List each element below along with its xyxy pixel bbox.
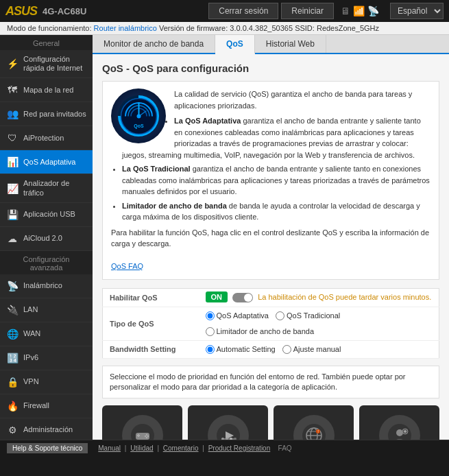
sidebar-item-analizador[interactable]: 📈 Analizador de tráfico	[0, 174, 93, 202]
priority-card-customize[interactable]: Customize	[359, 405, 439, 440]
main-layout: General ⚡ Configuración rápida de Intern…	[0, 35, 449, 440]
bottom-links: Manual | Utilidad | Comentario | Product…	[96, 444, 291, 452]
radio-adaptativa[interactable]	[206, 311, 215, 320]
bullet2-bold: La QoS Tradicional	[122, 165, 191, 173]
sidebar-item-config-rapida[interactable]: ⚡ Configuración rápida de Internet	[0, 50, 93, 78]
radio-tradicional[interactable]	[276, 311, 284, 320]
product-registration-link[interactable]: Product Registration	[208, 444, 271, 452]
aiprotection-icon: 🛡	[5, 131, 19, 145]
radio-tradicional-label[interactable]: QoS Tradicional	[276, 311, 340, 320]
sidebar-label-wan: WAN	[23, 329, 40, 338]
lan-icon: 🔌	[5, 303, 19, 317]
sidebar-item-usb[interactable]: 💾 Aplicación USB	[0, 203, 93, 227]
cerrar-sesion-button[interactable]: Cerrar sesión	[208, 3, 278, 19]
language-select[interactable]: Español	[390, 3, 444, 19]
radio-adaptativa-label[interactable]: QoS Adaptativa	[206, 311, 269, 320]
streaming-card-icon	[208, 415, 249, 440]
sidebar-item-red-invitados[interactable]: 👥 Red para invitados	[0, 102, 93, 126]
content-area: Monitor de ancho de banda QoS Historial …	[93, 35, 449, 440]
sidebar-label-qos: QoS Adaptativa	[23, 158, 75, 167]
sidebar-item-wan[interactable]: 🌐 WAN	[0, 322, 93, 346]
manual-link[interactable]: Manual	[98, 444, 121, 452]
tab-qos[interactable]: QoS	[215, 35, 255, 54]
svg-point-12	[145, 437, 147, 438]
sidebar-item-administracion[interactable]: ⚙ Administración	[0, 418, 93, 440]
svg-point-3	[136, 114, 141, 118]
radio-automatic-label[interactable]: Automatic Setting	[206, 345, 276, 354]
wan-icon: 🌐	[5, 327, 19, 341]
tab-monitor[interactable]: Monitor de ancho de banda	[93, 35, 215, 53]
wifi-icon: 📶	[353, 5, 365, 16]
tipo-qos-control: QoS Adaptativa QoS Tradicional Limitador…	[199, 307, 439, 340]
help-support-link[interactable]: Help & Soporte técnico	[7, 443, 88, 453]
mode-link[interactable]: Router inalámbrico	[94, 24, 157, 32]
sidebar-item-aicloud[interactable]: ☁ AiCloud 2.0	[0, 227, 93, 251]
qos-image: QoS	[111, 88, 166, 143]
bullet3-bold: Limitador de ancho de banda	[122, 202, 227, 210]
sidebar-label-lan: LAN	[23, 305, 38, 314]
mapa-red-icon: 🗺	[5, 83, 19, 97]
sidebar-item-aiprotection[interactable]: 🛡 AiProtection	[0, 126, 93, 150]
sidebar-item-lan[interactable]: 🔌 LAN	[0, 298, 93, 322]
analizador-icon: 📈	[5, 182, 19, 195]
sidebar: General ⚡ Configuración rápida de Intern…	[0, 35, 93, 440]
svg-point-9	[145, 434, 147, 436]
priority-card-streaming[interactable]: Streaming multimedia	[188, 405, 268, 440]
radio-tradicional-text: QoS Tradicional	[287, 311, 340, 320]
desc-item-3: Limitador de ancho de banda de banda le …	[122, 200, 430, 223]
sidebar-item-firewall[interactable]: 🔥 Firewall	[0, 394, 93, 418]
qos-logo-inner: QoS	[118, 95, 159, 136]
priority-card-games[interactable]: Juegos	[102, 405, 182, 440]
enable-qos-control: ON La habilitación de QoS puede tardar v…	[199, 288, 439, 307]
svg-point-11	[144, 436, 145, 437]
mode-bar: Modo de funcionamiento: Router inalámbri…	[0, 22, 449, 35]
svg-rect-8	[138, 434, 139, 437]
top-bar: ASUS 4G-AC68U Cerrar sesión Reiniciar 🖥 …	[0, 0, 449, 22]
qos-svg: QoS	[120, 97, 158, 135]
tipo-qos-label: Tipo de QoS	[103, 307, 199, 340]
sidebar-item-ipv6[interactable]: 🔢 IPv6	[0, 346, 93, 370]
bottom-bar: Help & Soporte técnico Manual | Utilidad…	[0, 440, 449, 456]
tipo-qos-radios: QoS Adaptativa QoS Tradicional Limitador…	[206, 311, 433, 336]
comentario-link[interactable]: Comentario	[163, 444, 199, 452]
sidebar-item-qos[interactable]: 📊 QoS Adaptativa	[0, 150, 93, 174]
web-card-icon: !	[293, 415, 335, 440]
aicloud-icon: ☁	[5, 232, 19, 246]
bullet1-bold: La QoS Adaptativa	[174, 117, 241, 125]
radio-manual[interactable]	[282, 345, 291, 354]
qos-form-table: Habilitar QoS ON La habilitación de QoS …	[102, 288, 439, 359]
sidebar-label-red-invitados: Red para invitados	[23, 110, 86, 119]
sidebar-item-inalambrico[interactable]: 📡 Inalámbrico	[0, 274, 93, 298]
radio-automatic[interactable]	[206, 345, 215, 354]
brand-logo: ASUS	[5, 4, 37, 19]
toggle-notice: La habilitación de QoS puede tardar vari…	[258, 293, 431, 301]
radio-limitador-label[interactable]: Limitador de ancho de banda	[206, 327, 315, 336]
row-enable-qos: Habilitar QoS ON La habilitación de QoS …	[103, 288, 439, 307]
page-title: QoS - QoS para configuración	[102, 62, 439, 74]
vpn-icon: 🔒	[5, 375, 19, 389]
sidebar-label-mapa-red: Mapa de la red	[23, 86, 73, 95]
radio-manual-label[interactable]: Ajuste manual	[282, 345, 341, 354]
sidebar-label-usb: Aplicación USB	[23, 210, 75, 219]
utilidad-link[interactable]: Utilidad	[130, 444, 153, 452]
radio-limitador[interactable]	[206, 327, 215, 336]
sidebar-item-vpn[interactable]: 🔒 VPN	[0, 370, 93, 394]
qos-faq-link[interactable]: QoS FAQ	[111, 262, 143, 270]
priority-cards: Juegos Str	[102, 405, 439, 440]
sidebar-label-aicloud: AiCloud 2.0	[23, 234, 62, 243]
config-rapida-icon: ⚡	[5, 57, 19, 71]
priority-card-web[interactable]: ! Navegación por la Web	[274, 405, 354, 440]
tab-historial[interactable]: Historial Web	[255, 35, 326, 53]
toggle-on-badge[interactable]: ON	[206, 291, 228, 302]
usb-icon: 💾	[5, 208, 19, 222]
description-box: QoS La calidad de servicio (QoS) garanti…	[102, 81, 439, 280]
svg-text:QoS: QoS	[134, 123, 144, 129]
reiniciar-button[interactable]: Reiniciar	[281, 3, 334, 19]
toggle-slider[interactable]	[232, 293, 253, 302]
ssid-label: SSID:	[295, 24, 317, 32]
page-content: QoS - QoS para configuración	[93, 54, 449, 440]
tab-bar: Monitor de ancho de banda QoS Historial …	[93, 35, 449, 54]
sidebar-label-inalambrico: Inalámbrico	[23, 281, 62, 290]
sidebar-item-mapa-red[interactable]: 🗺 Mapa de la red	[0, 78, 93, 102]
ipv6-icon: 🔢	[5, 351, 19, 365]
